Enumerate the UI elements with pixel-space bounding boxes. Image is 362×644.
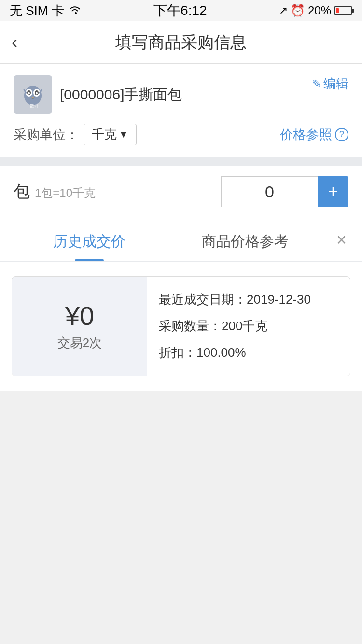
status-left: 无 SIM 卡 xyxy=(10,2,82,19)
edit-icon: ✎ xyxy=(312,77,321,91)
product-thumbnail: 数计 xyxy=(14,75,52,114)
quantity-unit-char: 包 xyxy=(14,181,30,203)
bottom-panel: 历史成交价 商品价格参考 × ¥0 交易2次 最近成交日期：2019-12-30… xyxy=(0,218,362,391)
battery-percent: 20% xyxy=(308,4,331,17)
edit-button[interactable]: ✎ 编辑 xyxy=(312,75,348,92)
purchase-unit-label: 采购单位： xyxy=(14,126,79,143)
section-divider xyxy=(0,157,362,166)
history-content: ¥0 交易2次 最近成交日期：2019-12-30 采购数量：200千克 折扣：… xyxy=(0,262,362,391)
carrier-text: 无 SIM 卡 xyxy=(10,2,64,19)
product-top-row: 数计 [0000006]手撕面包 ✎ 编辑 xyxy=(14,75,348,114)
purchase-unit: 采购单位： 千克 ▼ xyxy=(14,124,137,145)
nav-bar: ‹ 填写商品采购信息 xyxy=(0,21,362,64)
panel-close-button[interactable]: × xyxy=(333,231,350,249)
location-icon: ↗ xyxy=(279,4,288,17)
page-title: 填写商品采购信息 xyxy=(115,31,247,54)
time-display: 下午6:12 xyxy=(153,1,207,20)
price-card-right: 最近成交日期：2019-12-30 采购数量：200千克 折扣：100.00% xyxy=(147,277,350,376)
dropdown-arrow-icon: ▼ xyxy=(119,129,128,140)
wifi-icon xyxy=(68,3,82,18)
tab-active-underline xyxy=(75,259,104,261)
price-card-left: ¥0 交易2次 xyxy=(12,277,147,376)
quantity-label: 包 1包=10千克 xyxy=(14,181,96,203)
tab-product-price-ref-label: 商品价格参考 xyxy=(202,233,289,249)
purchase-qty-row: 采购数量：200千克 xyxy=(159,317,338,336)
product-left: 数计 [0000006]手撕面包 xyxy=(14,75,182,114)
product-name: [0000006]手撕面包 xyxy=(60,84,182,105)
alarm-icon: ⏰ xyxy=(291,4,305,17)
purchase-qty-label: 采购数量： xyxy=(159,319,222,333)
tab-history-price[interactable]: 历史成交价 xyxy=(12,218,167,261)
product-logo-icon: 数计 xyxy=(18,80,47,109)
recent-date-row: 最近成交日期：2019-12-30 xyxy=(159,290,338,309)
quantity-plus-button[interactable]: + xyxy=(318,176,348,207)
price-amount: ¥0 xyxy=(65,301,94,331)
status-bar: 无 SIM 卡 下午6:12 ↗ ⏰ 20% xyxy=(0,0,362,21)
plus-icon: + xyxy=(328,182,338,202)
quantity-controls: 0 + xyxy=(221,176,348,207)
product-bottom-row: 采购单位： 千克 ▼ 价格参照 ? xyxy=(14,124,348,145)
discount-label: 折扣： xyxy=(159,345,196,360)
quantity-note: 1包=10千克 xyxy=(35,185,96,201)
tabs-row: 历史成交价 商品价格参考 × xyxy=(0,218,362,262)
help-icon: ? xyxy=(335,128,348,141)
recent-date-value: 2019-12-30 xyxy=(247,292,311,307)
recent-date-label: 最近成交日期： xyxy=(159,292,247,307)
transaction-count: 交易2次 xyxy=(57,335,102,351)
unit-value: 千克 xyxy=(92,126,117,143)
unit-dropdown[interactable]: 千克 ▼ xyxy=(84,124,137,145)
edit-label: 编辑 xyxy=(323,75,348,92)
tab-history-price-label: 历史成交价 xyxy=(53,233,125,249)
purchase-qty-value: 200千克 xyxy=(222,319,267,333)
quantity-input[interactable]: 0 xyxy=(221,176,318,207)
quantity-value: 0 xyxy=(265,182,274,201)
svg-point-6 xyxy=(36,92,38,95)
back-button[interactable]: ‹ xyxy=(12,32,17,53)
discount-row: 折扣：100.00% xyxy=(159,343,338,362)
svg-text:数计: 数计 xyxy=(30,103,39,108)
battery-icon xyxy=(334,6,352,15)
price-ref-button[interactable]: 价格参照 ? xyxy=(280,126,348,143)
tab-product-price-ref[interactable]: 商品价格参考 xyxy=(167,218,322,261)
price-card: ¥0 交易2次 最近成交日期：2019-12-30 采购数量：200千克 折扣：… xyxy=(12,276,350,376)
quantity-row: 包 1包=10千克 0 + xyxy=(0,166,362,218)
svg-point-5 xyxy=(28,92,30,95)
product-section: 数计 [0000006]手撕面包 ✎ 编辑 采购单位： 千克 ▼ 价格参照 ? xyxy=(0,64,362,157)
status-right: ↗ ⏰ 20% xyxy=(279,4,352,17)
discount-value: 100.00% xyxy=(196,345,246,360)
price-ref-label: 价格参照 xyxy=(280,126,332,143)
